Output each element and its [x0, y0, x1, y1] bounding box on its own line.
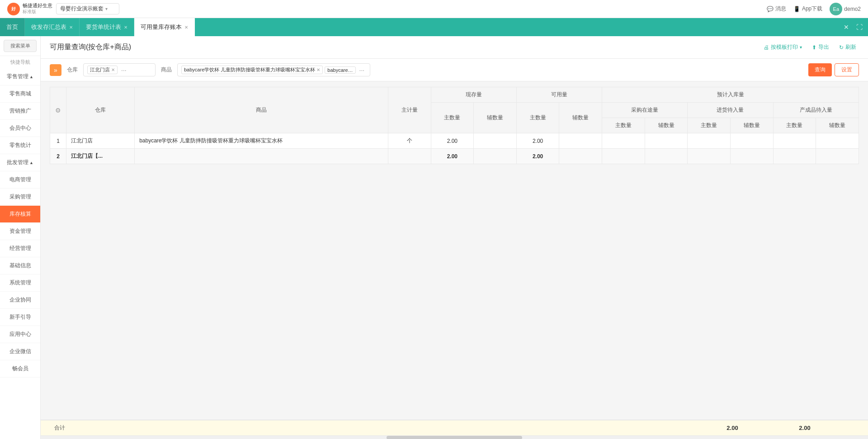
row1-incoming-aux: [730, 133, 773, 149]
top-bar-left: 好 畅捷通好生意 标准版 母婴行业演示账套 ▾: [7, 3, 119, 15]
page-header: 可用量查询(按仓库+商品) 🖨 按模板打印 ▾ ⬆ 导出 ↻ 刷新: [41, 36, 868, 59]
row2-no: 2: [50, 149, 66, 164]
table-footer: 合计 2.00 2.00: [41, 420, 868, 435]
row2-product: [135, 149, 388, 164]
col-incoming-header: 进货待入量: [688, 103, 773, 118]
company-selector[interactable]: 母婴行业演示账套 ▾: [56, 3, 119, 14]
tab-home[interactable]: 首页: [0, 18, 25, 36]
row2-avail-main: 2.00: [516, 149, 559, 164]
sidebar-item-operation[interactable]: 经营管理: [0, 240, 40, 257]
sidebar-item-system[interactable]: 系统管理: [0, 274, 40, 292]
warehouse-label: 仓库: [67, 66, 78, 74]
table-container: ⚙ 仓库 商品 主计量 现存量 可用量 预计入库量 主数量 辅数量 主数量 辅数…: [41, 81, 868, 420]
message-icon: 💬: [767, 6, 774, 12]
col-purchase-transit-header: 采购在途量: [602, 103, 688, 118]
row1-purchase-aux: [645, 133, 688, 149]
logo-sub: 标准版: [23, 9, 52, 15]
sidebar-item-retail-mall[interactable]: 零售商城: [0, 85, 40, 103]
remove-product1-icon[interactable]: ✕: [316, 67, 320, 72]
sidebar-item-retail-mgmt[interactable]: 零售管理 ▲: [0, 68, 40, 85]
product-field[interactable]: babycare学饮杯 儿童防摔防撞吸管杯重力球吸嘴杯宝宝水杯 ✕ babyca…: [177, 63, 370, 76]
product-more-icon[interactable]: ···: [358, 66, 367, 74]
col-incoming-main-header: 主数量: [688, 118, 731, 133]
remove-warehouse-icon[interactable]: ✕: [111, 67, 115, 72]
close-icon[interactable]: ✕: [124, 25, 127, 30]
logo-icon: 好: [7, 3, 20, 15]
app-download-btn[interactable]: 📱 App下载: [793, 5, 822, 13]
sidebar-item-enterprise-collab[interactable]: 企业协同: [0, 292, 40, 309]
product-label: 商品: [161, 66, 172, 74]
top-bar-right: 💬 消息 📱 App下载 Ea demo2: [767, 3, 861, 15]
quick-nav-label[interactable]: 快捷导航: [0, 56, 40, 68]
product-tag1[interactable]: babycare学饮杯 儿童防摔防撞吸管杯重力球吸嘴杯宝宝水杯 ✕: [181, 66, 323, 74]
tab-yaohuo[interactable]: 要货单统计表 ✕: [80, 18, 134, 36]
scrollbar-thumb[interactable]: [387, 436, 522, 439]
content-area: 可用量查询(按仓库+商品) 🖨 按模板打印 ▾ ⬆ 导出 ↻ 刷新 »: [41, 36, 868, 439]
expand-icon[interactable]: ⛶: [854, 22, 864, 33]
refresh-btn[interactable]: ↻ 刷新: [836, 42, 859, 53]
row2-production-main: [773, 149, 816, 164]
filter-area: » 仓库 江北门店 ✕ ··· 商品 babycare学饮杯 儿童防摔防撞吸管杯…: [41, 59, 868, 81]
sidebar-item-purchase[interactable]: 采购管理: [0, 189, 40, 206]
sidebar-item-basic-info[interactable]: 基础信息: [0, 257, 40, 274]
tab-shoufacun[interactable]: 收发存汇总表 ✕: [25, 18, 80, 36]
warehouse-field[interactable]: 江北门店 ✕ ···: [83, 63, 156, 76]
company-name: 母婴行业演示账套: [60, 5, 104, 13]
export-btn[interactable]: ⬆ 导出: [809, 42, 832, 53]
col-purchase-aux-header: 辅数量: [645, 118, 688, 133]
close-all-tabs-icon[interactable]: ✕: [842, 22, 851, 33]
col-current-stock-header: 现存量: [431, 87, 516, 103]
print-btn[interactable]: 🖨 按模板打印 ▾: [761, 42, 805, 53]
sidebar-item-wholesale[interactable]: 批发管理 ▲: [0, 154, 40, 171]
col-unit-header: 主计量: [388, 87, 431, 133]
warehouse-tag[interactable]: 江北门店 ✕: [87, 66, 118, 74]
row2-current-main: 2.00: [431, 149, 474, 164]
sidebar-item-retail-stats[interactable]: 零售统计: [0, 137, 40, 154]
row1-warehouse: 江北门店: [66, 133, 135, 149]
sidebar-item-chang-member[interactable]: 畅会员: [0, 360, 40, 378]
row1-incoming-main: [688, 133, 731, 149]
chevron-down-icon: ▾: [800, 45, 802, 50]
sidebar-item-inventory[interactable]: 库存核算: [0, 206, 40, 223]
sidebar-item-enterprise-wechat[interactable]: 企业微信: [0, 343, 40, 360]
product-tag2[interactable]: babycare…: [325, 66, 355, 74]
sidebar-item-finance[interactable]: 资金管理: [0, 223, 40, 240]
close-icon[interactable]: ✕: [184, 25, 188, 30]
logo-text-block: 畅捷通好生意 标准版: [23, 3, 52, 15]
tab-keyongliang[interactable]: 可用量库存账本 ✕: [134, 18, 195, 36]
col-purchase-main-header: 主数量: [602, 118, 645, 133]
data-table: ⚙ 仓库 商品 主计量 现存量 可用量 预计入库量 主数量 辅数量 主数量 辅数…: [50, 87, 859, 164]
arrow-icon: ▲: [29, 75, 33, 79]
sidebar-item-app-center[interactable]: 应用中心: [0, 326, 40, 343]
sidebar-item-marketing[interactable]: 营销推广: [0, 103, 40, 120]
refresh-icon: ↻: [839, 44, 844, 51]
message-btn[interactable]: 💬 消息: [767, 5, 786, 13]
user-menu[interactable]: Ea demo2: [830, 3, 861, 15]
row1-purchase-main: [602, 133, 645, 149]
table-row: 2 江北门店【... 2.00 2.00: [50, 149, 859, 164]
row2-unit: [388, 149, 431, 164]
footer-current-main: 2.00: [714, 425, 750, 431]
sidebar-search: 搜索菜单: [0, 36, 40, 56]
footer-row: 合计 2.00 2.00: [50, 424, 859, 432]
page-title: 可用量查询(按仓库+商品): [50, 42, 131, 52]
row1-product: babycare学饮杯 儿童防摔防撞吸管杯重力球吸嘴杯宝宝水杯: [135, 133, 388, 149]
sidebar-item-ecommerce[interactable]: 电商管理: [0, 171, 40, 189]
search-menu-btn[interactable]: 搜索菜单: [4, 40, 37, 52]
warehouse-more-icon[interactable]: ···: [119, 66, 128, 74]
logo-area: 好 畅捷通好生意 标准版: [7, 3, 52, 15]
filter-toggle-btn[interactable]: »: [50, 64, 61, 76]
sidebar-item-new-guide[interactable]: 新手引导: [0, 309, 40, 326]
row1-no: 1: [50, 133, 66, 149]
sidebar-item-member-center[interactable]: 会员中心: [0, 120, 40, 137]
query-button[interactable]: 查询: [808, 63, 832, 76]
footer-avail-main: 2.00: [787, 425, 823, 431]
close-icon[interactable]: ✕: [69, 25, 73, 30]
table-settings-icon[interactable]: ⚙: [55, 107, 61, 114]
table-scrollbar[interactable]: [41, 435, 868, 439]
col-avail-aux-header: 辅数量: [559, 103, 602, 133]
col-settings-header: ⚙: [50, 87, 66, 133]
settings-button[interactable]: 设置: [835, 63, 859, 76]
filter-row: 仓库 江北门店 ✕ ··· 商品 babycare学饮杯 儿童防摔防撞吸管杯重力…: [67, 63, 803, 76]
row2-purchase-main: [602, 149, 645, 164]
